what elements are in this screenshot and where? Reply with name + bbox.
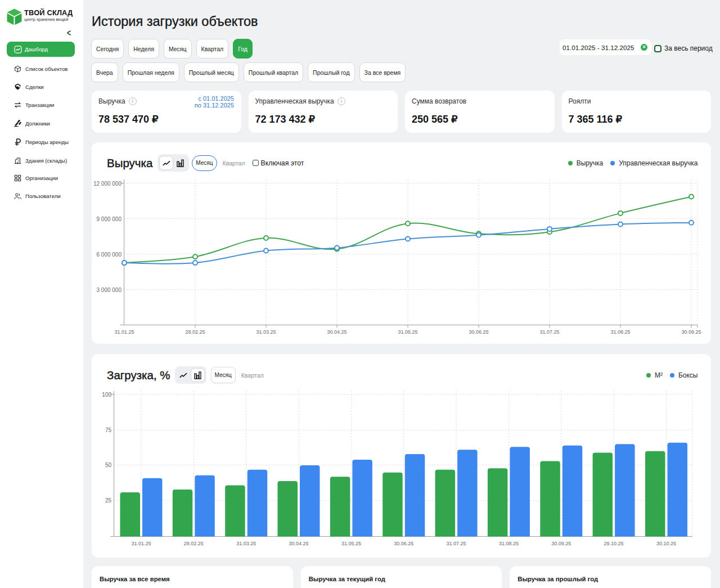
svg-text:31.01.25: 31.01.25 xyxy=(114,329,134,335)
svg-text:31.08.25: 31.08.25 xyxy=(610,329,630,335)
svg-text:31.03.25: 31.03.25 xyxy=(236,541,256,546)
svg-text:30.09.25: 30.09.25 xyxy=(681,329,701,335)
svg-text:30.10.25: 30.10.25 xyxy=(656,541,676,546)
svg-text:31.01.25: 31.01.25 xyxy=(131,541,151,546)
svg-text:30.04.25: 30.04.25 xyxy=(289,541,308,546)
svg-text:31.08.25: 31.08.25 xyxy=(499,541,519,546)
svg-text:3 000 000: 3 000 000 xyxy=(97,287,122,293)
svg-text:31.05.25: 31.05.25 xyxy=(398,329,417,335)
svg-text:50: 50 xyxy=(105,462,112,468)
svg-text:25: 25 xyxy=(105,497,112,504)
svg-text:100: 100 xyxy=(102,392,111,398)
svg-text:30.06.25: 30.06.25 xyxy=(469,329,488,335)
svg-text:31.07.25: 31.07.25 xyxy=(539,329,559,335)
svg-text:30.09.25: 30.09.25 xyxy=(551,541,571,546)
svg-text:12 000 000: 12 000 000 xyxy=(93,181,122,187)
svg-text:30.06.25: 30.06.25 xyxy=(394,541,413,546)
svg-text:29.10.25: 29.10.25 xyxy=(604,541,624,546)
svg-text:31.07.25: 31.07.25 xyxy=(447,541,466,546)
svg-text:6 000 000: 6 000 000 xyxy=(97,252,122,258)
svg-text:30.04.25: 30.04.25 xyxy=(327,329,346,335)
svg-text:75: 75 xyxy=(105,427,112,433)
svg-text:31.03.25: 31.03.25 xyxy=(256,329,276,335)
svg-text:28.02.25: 28.02.25 xyxy=(185,329,205,335)
svg-text:31.05.25: 31.05.25 xyxy=(341,541,361,546)
svg-text:28.02.25: 28.02.25 xyxy=(184,541,204,546)
svg-text:9 000 000: 9 000 000 xyxy=(97,216,122,222)
